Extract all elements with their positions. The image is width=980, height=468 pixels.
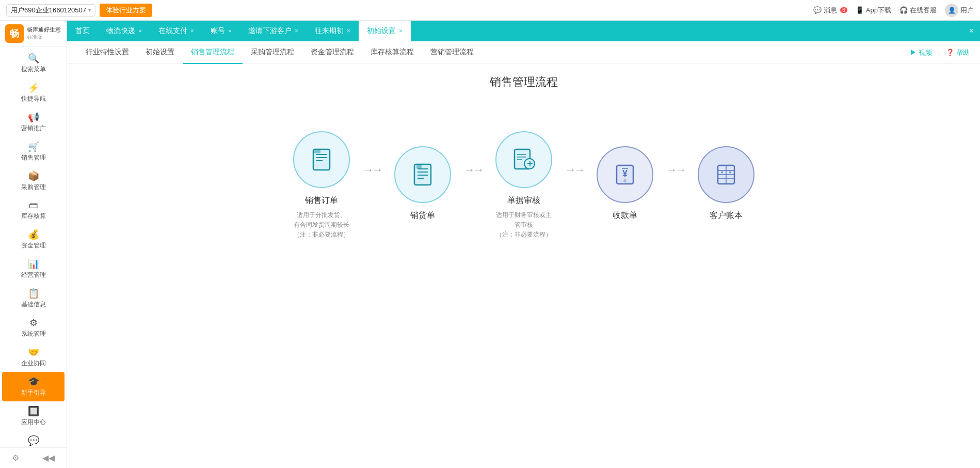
app-icon: 🔲 [28, 405, 39, 417]
tab-period-init[interactable]: 往来期初 × [307, 21, 359, 41]
tab-initial-close[interactable]: × [399, 27, 403, 35]
sidebar-item-basic-info[interactable]: 📋基础信息 [0, 284, 67, 313]
user-label: 用户690企业1660120507 [11, 6, 86, 15]
wechat-icon: 💬 [28, 435, 39, 446]
sidebar-item-quick-nav[interactable]: ⚡快捷导航 [0, 78, 67, 107]
sidebar-item-purchase-mgmt[interactable]: 📦采购管理 [0, 166, 67, 196]
trial-button[interactable]: 体验行业方案 [100, 4, 152, 17]
page-tab-inventory-flow[interactable]: 库存核算流程 [362, 41, 422, 64]
coop-icon: 🤝 [28, 347, 39, 358]
top-bar-right: 💬 消息 6 📱 App下载 🎧 在线客服 👤 用户 [813, 4, 974, 17]
sidebar-collapse-button[interactable]: ◀◀ [40, 451, 57, 465]
user-profile-button[interactable]: 👤 用户 [945, 4, 974, 17]
message-badge: 6 [840, 7, 847, 13]
nav-close-all-button[interactable]: × [963, 26, 980, 36]
sidebar-item-new-guide[interactable]: 🎓新手引导 [2, 372, 65, 401]
logo-text-block: 畅库通好生意 标准版 [27, 26, 61, 40]
page-tab-initial[interactable]: 初始设置 [137, 41, 183, 64]
sales-icon: 🛒 [28, 141, 39, 152]
svg-text:¥: ¥ [622, 168, 627, 179]
page-title: 销售管理流程 [77, 74, 970, 90]
tab-invite-close[interactable]: × [295, 27, 298, 35]
sidebar-item-sales-mgmt[interactable]: 🛒销售管理 [0, 137, 67, 166]
flow-step-doc-review[interactable]: 单据审核 适用于财务审核或主管审核（注：非必要流程） [483, 131, 565, 240]
sidebar-item-enterprise-coop[interactable]: 🤝企业协同 [0, 342, 67, 372]
flow-step-title-sales-invoice: 销货单 [410, 210, 435, 221]
sidebar-item-enterprise-wechat[interactable]: 💬企业微信 [0, 431, 67, 447]
page-tab-marketing-flow[interactable]: 营销管理流程 [422, 41, 482, 64]
user-selector[interactable]: 用户690企业1660120507 ▾ [6, 4, 95, 17]
page-tab-sales-flow[interactable]: 销售管理流程 [183, 41, 243, 64]
marketing-icon: 📢 [28, 112, 39, 123]
tab-payment-close[interactable]: × [190, 27, 194, 35]
flow-step-desc-sales-order: 适用于分批发货、有合同发货周期较长（注：非必要流程） [294, 210, 349, 240]
page-tabs-left: 行业特性设置 初始设置 销售管理流程 采购管理流程 资金管理流程 库存核算流程 … [77, 41, 482, 64]
main-content: 销售管理流程 销售订单 适用于分批发货、有合同 [67, 64, 980, 468]
page-tabs: 行业特性设置 初始设置 销售管理流程 采购管理流程 资金管理流程 库存核算流程 … [67, 41, 980, 64]
inventory-icon: 🗃 [29, 200, 38, 211]
flow-arrow-3: →→ [565, 163, 584, 208]
main-container: 畅 畅库通好生意 标准版 🔍搜索菜单 ⚡快捷导航 📢营销推广 🛒销售管理 📦采购… [0, 21, 980, 468]
flow-step-title-doc-review: 单据审核 [507, 195, 540, 206]
flow-diagram: 销售订单 适用于分批发货、有合同发货周期较长（注：非必要流程） →→ [77, 121, 970, 251]
download-icon: 📱 [856, 6, 864, 14]
flow-step-title-customer-ledger: 客户账本 [710, 210, 743, 221]
flow-step-receipt[interactable]: ¥ 收款单 [584, 146, 666, 225]
sidebar-item-search-menu[interactable]: 🔍搜索菜单 [0, 49, 67, 78]
quick-nav-icon: ⚡ [28, 82, 39, 93]
help-button[interactable]: ❓ 帮助 [946, 48, 970, 57]
sidebar-bottom: ⚙ ◀◀ [0, 447, 67, 468]
chevron-down-icon: ▾ [88, 7, 91, 13]
tab-period-close[interactable]: × [347, 27, 350, 35]
sidebar-settings-button[interactable]: ⚙ [10, 451, 21, 465]
flow-circle-doc-review [495, 131, 552, 188]
sidebar-item-finance-mgmt[interactable]: 💰资金管理 [0, 225, 67, 254]
guide-icon: 🎓 [28, 376, 39, 387]
tab-logistics[interactable]: 物流快递 × [98, 21, 150, 41]
flow-step-sales-invoice[interactable]: 销货单 [381, 146, 464, 225]
video-button[interactable]: ▶ 视频 [910, 48, 932, 57]
content-area: 首页 物流快递 × 在线支付 × 账号 × 邀请下游客户 × 往来期初 × [67, 21, 980, 468]
tab-payment[interactable]: 在线支付 × [150, 21, 202, 41]
user-name-label: 用户 [960, 6, 974, 15]
message-label: 消息 [824, 6, 837, 15]
message-button[interactable]: 💬 消息 6 [813, 6, 847, 15]
flow-arrow-4: →→ [666, 163, 685, 208]
app-download-button[interactable]: 📱 App下载 [856, 6, 891, 15]
svg-text:¥: ¥ [728, 169, 732, 175]
svg-point-19 [623, 179, 626, 182]
tab-account[interactable]: 账号 × [202, 21, 240, 41]
svg-text:¥: ¥ [720, 169, 724, 175]
flow-step-title-receipt: 收款单 [613, 210, 637, 221]
avatar: 👤 [945, 4, 958, 17]
flow-circle-sales-invoice [394, 146, 451, 203]
tab-account-close[interactable]: × [228, 27, 232, 35]
flow-circle-sales-order [293, 131, 350, 188]
sidebar-item-app-center[interactable]: 🔲应用中心 [0, 401, 67, 431]
sidebar-item-system-mgmt[interactable]: ⚙系统管理 [0, 313, 67, 342]
tab-invite-downstream[interactable]: 邀请下游客户 × [240, 21, 307, 41]
page-tab-industry[interactable]: 行业特性设置 [77, 41, 137, 64]
tab-logistics-close[interactable]: × [138, 27, 142, 35]
nav-tabs: 首页 物流快递 × 在线支付 × 账号 × 邀请下游客户 × 往来期初 × [67, 21, 980, 41]
tab-home[interactable]: 首页 [67, 21, 98, 41]
sidebar: 畅 畅库通好生意 标准版 🔍搜索菜单 ⚡快捷导航 📢营销推广 🛒销售管理 📦采购… [0, 21, 67, 468]
page-tabs-right: ▶ 视频 | ❓ 帮助 [910, 48, 970, 57]
operations-icon: 📊 [28, 258, 39, 270]
message-icon: 💬 [813, 6, 822, 14]
sidebar-item-operations[interactable]: 📊经营管理 [0, 254, 67, 284]
finance-icon: 💰 [28, 229, 39, 240]
page-tab-finance-flow[interactable]: 资金管理流程 [302, 41, 362, 64]
basic-info-icon: 📋 [28, 288, 39, 299]
tab-initial-setup[interactable]: 初始设置 × [359, 21, 411, 41]
top-bar-left: 用户690企业1660120507 ▾ 体验行业方案 [6, 4, 152, 17]
page-tab-purchase-flow[interactable]: 采购管理流程 [243, 41, 302, 64]
flow-step-customer-ledger[interactable]: ¥ ¥ 客户账本 [685, 146, 767, 225]
sidebar-item-marketing-promo[interactable]: 📢营销推广 [0, 107, 67, 137]
flow-circle-customer-ledger: ¥ ¥ [698, 146, 754, 203]
flow-arrow-2: →→ [464, 163, 483, 208]
system-icon: ⚙ [29, 317, 38, 329]
flow-step-sales-order[interactable]: 销售订单 适用于分批发货、有合同发货周期较长（注：非必要流程） [280, 131, 363, 240]
online-service-button[interactable]: 🎧 在线客服 [899, 6, 937, 15]
sidebar-item-inventory[interactable]: 🗃库存核算 [0, 196, 67, 225]
